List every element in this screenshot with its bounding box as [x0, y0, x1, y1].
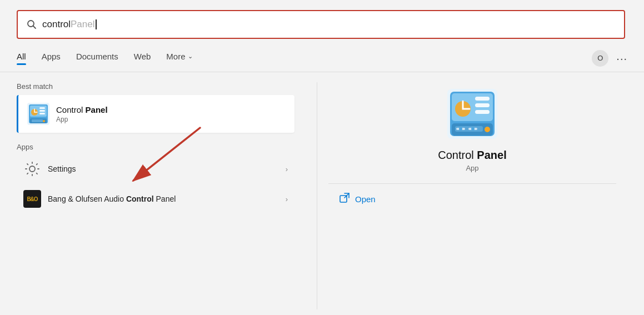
tab-actions: O ···	[592, 50, 627, 67]
best-match-name-normal: Control	[56, 105, 86, 114]
svg-rect-18	[475, 110, 490, 114]
right-panel-subtitle: App	[466, 164, 478, 172]
svg-point-21	[485, 127, 490, 132]
best-match-name: Control Panel	[56, 105, 108, 114]
svg-rect-17	[475, 103, 490, 107]
best-match-name-bold: Panel	[86, 105, 108, 114]
more-options-btn[interactable]: ···	[616, 53, 627, 64]
right-title-normal: Control	[438, 149, 477, 161]
search-value-panel: Panel	[71, 19, 94, 30]
best-match-item-icon	[27, 103, 49, 125]
svg-rect-10	[32, 119, 43, 122]
tab-more[interactable]: More ⌄	[166, 52, 192, 64]
app-bo-name: Bang & Olufsen Audio Control Panel	[48, 194, 286, 203]
search-input-text: controlPanel	[42, 19, 97, 30]
chevron-down-icon: ⌄	[188, 53, 193, 60]
svg-rect-8	[39, 113, 45, 114]
best-match-item[interactable]: Control Panel App	[17, 95, 294, 133]
right-title-bold: Panel	[477, 149, 506, 161]
svg-rect-16	[475, 97, 490, 101]
app-item-settings[interactable]: Settings ›	[17, 154, 294, 183]
svg-point-11	[43, 120, 45, 122]
circle-action-btn[interactable]: O	[592, 50, 608, 67]
main-content: Best match	[0, 72, 644, 315]
app-bo-name-after: Panel	[154, 194, 176, 203]
svg-point-24	[459, 127, 462, 131]
svg-rect-7	[39, 110, 45, 112]
apps-section-label: Apps	[17, 143, 317, 151]
svg-rect-6	[39, 107, 45, 109]
open-action[interactable]: Open	[328, 193, 616, 206]
best-match-type: App	[56, 116, 108, 123]
settings-icon	[23, 160, 41, 178]
search-icon	[27, 19, 37, 29]
svg-point-25	[471, 127, 475, 131]
search-box[interactable]: controlPanel	[17, 10, 625, 39]
tab-apps[interactable]: Apps	[42, 52, 61, 64]
right-panel-title: Control Panel	[438, 149, 506, 162]
tab-all[interactable]: All	[17, 52, 26, 64]
app-bo-name-bold: Control	[126, 194, 154, 203]
app-bo-name-normal: Bang & Olufsen Audio	[48, 194, 126, 203]
filter-tabs: All Apps Documents Web More ⌄ O ···	[0, 44, 644, 72]
search-cursor	[96, 19, 97, 29]
right-panel: Control Panel App Open	[317, 72, 627, 315]
tab-more-label: More	[166, 52, 185, 61]
tab-documents[interactable]: Documents	[76, 52, 118, 64]
best-match-info: Control Panel App	[56, 105, 108, 123]
open-external-icon	[340, 193, 350, 206]
search-value-normal: control	[42, 19, 71, 30]
bo-icon: B&O	[23, 190, 41, 208]
open-label[interactable]: Open	[355, 194, 376, 204]
right-panel-divider	[328, 183, 616, 184]
app-settings-name: Settings	[48, 164, 286, 173]
search-container: controlPanel	[0, 0, 644, 39]
app-item-bo[interactable]: B&O Bang & Olufsen Audio Control Panel ›	[17, 184, 294, 213]
app-settings-arrow: ›	[286, 165, 288, 173]
left-panel: Best match	[17, 72, 317, 315]
svg-line-1	[33, 26, 36, 29]
tab-web[interactable]: Web	[134, 52, 151, 64]
best-match-label: Best match	[17, 82, 317, 91]
app-bo-arrow: ›	[286, 195, 288, 203]
right-panel-icon	[447, 89, 497, 139]
